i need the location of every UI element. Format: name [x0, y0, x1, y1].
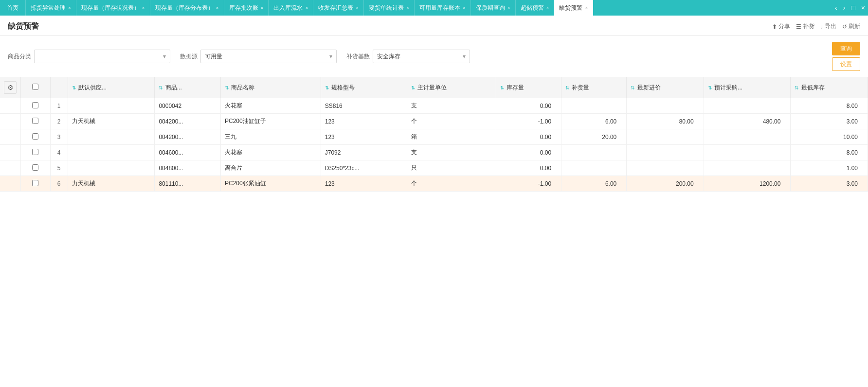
- tab-home[interactable]: 首页: [0, 0, 26, 16]
- row-latest-price-cell: [627, 129, 704, 145]
- row-checkbox[interactable]: [32, 133, 38, 140]
- row-checkbox-cell[interactable]: [21, 160, 51, 176]
- col-code[interactable]: ⇅ 商品...: [155, 77, 221, 98]
- category-select[interactable]: ▾: [34, 50, 170, 63]
- replenish-base-filter-group: 补货基数 安全库存 ▾: [346, 50, 470, 63]
- col-name[interactable]: ⇅ 商品名称: [221, 77, 321, 98]
- close-tab-expiry[interactable]: ×: [507, 5, 510, 11]
- tab-prev-button[interactable]: ‹: [832, 0, 840, 16]
- replenish-button[interactable]: ☰ 补货: [796, 22, 814, 31]
- tab-overstock[interactable]: 超储预警 ×: [516, 0, 555, 16]
- row-name-cell: 火花塞: [221, 145, 321, 160]
- datasource-label: 数据源: [180, 53, 198, 61]
- row-code-cell: 0000042: [155, 98, 221, 114]
- col-spec[interactable]: ⇅ 规格型号: [321, 77, 407, 98]
- row-min-stock-cell: 8.00: [791, 145, 868, 160]
- row-checkbox-cell[interactable]: [21, 114, 51, 129]
- refresh-button[interactable]: ↺ 刷新: [842, 22, 860, 31]
- row-num-cell: 4: [50, 145, 68, 160]
- replenish-base-value: 安全库存: [377, 53, 400, 61]
- datasource-chevron-icon: ▾: [329, 53, 332, 60]
- tab-restore-button[interactable]: □: [848, 0, 858, 16]
- col-checkbox-all[interactable]: [21, 77, 51, 98]
- row-unit-cell: 箱: [407, 129, 496, 145]
- row-unit-cell: 支: [407, 145, 496, 160]
- row-supplier-cell: 力天机械: [68, 114, 155, 129]
- tab-expiry[interactable]: 保质期查询 ×: [471, 0, 516, 16]
- filter-action-buttons: 查询 设置: [832, 42, 860, 71]
- row-spec-cell: 123: [321, 129, 407, 145]
- col-estimated[interactable]: ⇅ 预计采购...: [704, 77, 791, 98]
- row-checkbox-cell[interactable]: [21, 98, 51, 114]
- query-button[interactable]: 查询: [832, 42, 860, 55]
- datasource-select[interactable]: 可用量 ▾: [200, 50, 337, 63]
- close-tab-inventory-status[interactable]: ×: [142, 5, 145, 11]
- row-checkbox[interactable]: [32, 149, 38, 155]
- tab-requisition[interactable]: 要货单统计表 ×: [364, 0, 415, 16]
- close-tab-batch-account[interactable]: ×: [261, 5, 264, 11]
- sort-code-icon: ⇅: [159, 85, 163, 90]
- close-tab-available-stock[interactable]: ×: [463, 5, 466, 11]
- sort-spec-icon: ⇅: [325, 85, 329, 90]
- row-checkbox[interactable]: [32, 180, 38, 186]
- tab-summary[interactable]: 收发存汇总表 ×: [313, 0, 364, 16]
- close-tab-inout-flow[interactable]: ×: [305, 5, 308, 11]
- close-tab-requisition[interactable]: ×: [406, 5, 409, 11]
- tab-inout-flow[interactable]: 出入库流水 ×: [269, 0, 313, 16]
- filter-bar: 商品分类 ▾ 数据源 可用量 ▾ 补货基数 安全库存 ▾ 查询 设置: [0, 36, 868, 77]
- sort-name-icon: ⇅: [225, 85, 229, 90]
- settings-button[interactable]: 设置: [832, 57, 860, 71]
- col-min-stock[interactable]: ⇅ 最低库存: [791, 77, 868, 98]
- tab-next-button[interactable]: ›: [840, 0, 849, 16]
- tab-picking[interactable]: 拣货异常处理 ×: [26, 0, 76, 16]
- col-stock[interactable]: ⇅ 库存量: [496, 77, 561, 98]
- row-estimated-cell: [704, 160, 791, 176]
- row-code-cell: 801110...: [155, 176, 221, 192]
- datasource-select-value: 可用量: [205, 53, 222, 61]
- close-tab-picking[interactable]: ×: [68, 5, 71, 11]
- data-table: ⚙ ⇅ 默认供应... ⇅ 商品... ⇅: [0, 77, 868, 192]
- sort-replenish-icon: ⇅: [565, 85, 569, 90]
- row-checkbox-cell[interactable]: [21, 145, 51, 160]
- close-tab-overstock[interactable]: ×: [546, 5, 549, 11]
- row-checkbox[interactable]: [32, 102, 38, 108]
- row-latest-price-cell: [627, 98, 704, 114]
- select-all-checkbox[interactable]: [32, 84, 38, 90]
- share-button[interactable]: ⬆ 分享: [772, 22, 790, 31]
- tab-batch-account[interactable]: 库存批次账 ×: [224, 0, 269, 16]
- tab-inventory-dist[interactable]: 现存量（库存分布表） ×: [150, 0, 224, 16]
- export-button[interactable]: ↓ 导出: [820, 22, 836, 31]
- row-stock-cell: -1.00: [496, 114, 561, 129]
- tab-shortage[interactable]: 缺货预警 ×: [554, 0, 593, 16]
- row-spec-cell: DS250*23c...: [321, 160, 407, 176]
- close-tab-shortage[interactable]: ×: [585, 5, 588, 11]
- close-tab-summary[interactable]: ×: [356, 5, 359, 11]
- tab-close-button[interactable]: ×: [858, 0, 868, 16]
- tab-inventory-status[interactable]: 现存量（库存状况表） ×: [76, 0, 150, 16]
- header-actions: ⬆ 分享 ☰ 补货 ↓ 导出 ↺ 刷新: [772, 22, 860, 31]
- row-checkbox-cell[interactable]: [21, 129, 51, 145]
- row-min-stock-cell: 3.00: [791, 114, 868, 129]
- row-min-stock-cell: 1.00: [791, 160, 868, 176]
- gear-settings-icon[interactable]: ⚙: [4, 81, 17, 94]
- col-supplier[interactable]: ⇅ 默认供应...: [68, 77, 155, 98]
- close-tab-inventory-dist[interactable]: ×: [216, 5, 219, 11]
- col-gear[interactable]: ⚙: [0, 77, 21, 98]
- col-unit[interactable]: ⇅ 主计量单位: [407, 77, 496, 98]
- tab-available-stock[interactable]: 可用量库存账本 ×: [415, 0, 471, 16]
- row-min-stock-cell: 10.00: [791, 129, 868, 145]
- row-code-cell: 004800...: [155, 160, 221, 176]
- replenish-base-select[interactable]: 安全库存 ▾: [373, 50, 470, 63]
- row-num-cell: 3: [50, 129, 68, 145]
- export-icon: ↓: [820, 23, 823, 30]
- row-checkbox[interactable]: [32, 118, 38, 124]
- row-name-cell: PC200油缸缸子: [221, 114, 321, 129]
- row-latest-price-cell: 200.00: [627, 176, 704, 192]
- col-latest-price[interactable]: ⇅ 最新进价: [627, 77, 704, 98]
- row-gear-cell: [0, 160, 21, 176]
- row-stock-cell: 0.00: [496, 98, 561, 114]
- row-checkbox-cell[interactable]: [21, 176, 51, 192]
- row-checkbox[interactable]: [32, 164, 38, 171]
- row-name-cell: 火花塞: [221, 98, 321, 114]
- col-replenish[interactable]: ⇅ 补货量: [561, 77, 627, 98]
